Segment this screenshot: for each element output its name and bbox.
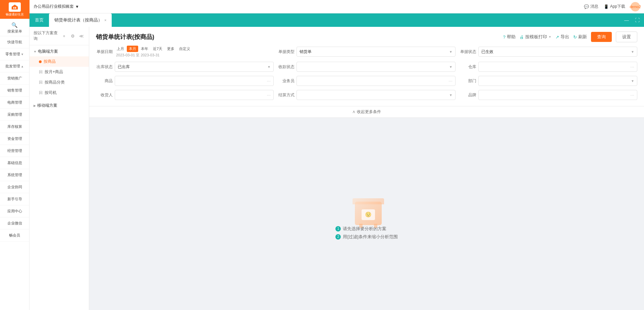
filter-doc-status-value: 已生效 (481, 49, 631, 55)
page-actions: ? 帮助 🖨 按模板打印 ▼ ↗ 导出 ↻ (503, 32, 637, 42)
logo-text: 畅捷通好生意 (6, 12, 24, 17)
filter-dept-select[interactable]: ▼ (478, 76, 637, 86)
sidebar-item-member[interactable]: 畅会员 (0, 229, 30, 242)
date-preset-this-month[interactable]: 本月 (127, 46, 138, 52)
filter-brand-input[interactable]: ··· (478, 90, 637, 100)
scheme-item-by-month-goods[interactable]: 回 按月+商品 (30, 67, 89, 77)
filter-goods-input[interactable]: ··· (115, 76, 274, 86)
scheme-item-by-goods-cat[interactable]: 回 按商品分类 (30, 77, 89, 88)
out-status-arrow-icon: ▼ (267, 65, 271, 69)
scheme-group-pc: ▼ 电脑端方案 按商品 回 按月+商品 回 按商品分类 回 按司机 (30, 45, 89, 99)
filter-brand-label: 品牌 (460, 92, 476, 98)
tip-text-1: 请先选择要分析的方案 (343, 226, 386, 232)
sidebar: 畅捷通好生意 🔍 标版 搜索菜单 快捷导航 零售管理 ▼ 批发管理 ▲ 营销推广… (0, 0, 30, 310)
scheme-group-mobile-header[interactable]: ▶ 移动端方案 (30, 101, 89, 110)
sidebar-item-base[interactable]: 基础信息 (0, 157, 30, 169)
filter-area: 销货单统计表(按商品) ? 帮助 🖨 按模板打印 ▼ ↗ (89, 27, 644, 106)
tabbar: 首页 销货单统计表（按商品） × — ⛶ (30, 13, 644, 27)
date-preset-more[interactable]: 更多 (165, 46, 176, 52)
sidebar-item-system[interactable]: 系统管理 (0, 169, 30, 181)
filter-out-status-field: 出库状态 已出库 ▼ (96, 62, 274, 72)
filter-row-4: 收货人 ··· 结算方式 ▼ 品牌 (96, 90, 637, 100)
filter-warehouse-field: 仓库 ··· (460, 62, 637, 72)
query-button[interactable]: 查询 (591, 32, 612, 42)
sidebar-item-retail[interactable]: 零售管理 ▼ (0, 48, 30, 60)
scheme-collapse-button[interactable]: ≪ (78, 33, 85, 39)
filter-doc-status-label: 单据状态 (460, 49, 476, 55)
message-icon: 💬 (584, 4, 589, 9)
scheme-item-icon-month: 回 (39, 69, 43, 74)
date-preset-last-month[interactable]: 上月 (115, 46, 126, 52)
date-preset-7days[interactable]: 近7天 (151, 46, 164, 52)
sidebar-item-wholesale[interactable]: 批发管理 ▲ (0, 60, 30, 72)
sidebar-item-sales[interactable]: 销售管理 (0, 85, 30, 97)
wholesale-arrow-icon: ▲ (21, 65, 24, 68)
search-menu-item[interactable]: 🔍 标版 搜索菜单 (0, 19, 30, 36)
sidebar-item-app-center[interactable]: 应用中心 (0, 205, 30, 217)
salesman-dots-icon: ··· (448, 78, 452, 84)
sidebar-item-inventory[interactable]: 库存核算 (0, 121, 30, 133)
collect-status-arrow-icon: ▼ (449, 65, 452, 69)
scheme-panel-title: 按以下方案查询 (34, 30, 59, 42)
print-arrow-icon: ▼ (548, 35, 551, 39)
print-button[interactable]: 🖨 按模板打印 ▼ (520, 34, 551, 40)
filter-row-2: 出库状态 已出库 ▼ 收款状态 ▼ 仓库 (96, 62, 637, 72)
scheme-group-mobile-arrow-icon: ▶ (34, 104, 36, 107)
sidebar-item-quick-nav[interactable]: 快捷导航 (0, 36, 30, 48)
app-download-button[interactable]: 📱 App下载 (604, 4, 625, 9)
industry-arrow-icon: ▼ (75, 4, 79, 9)
filter-goods-label: 商品 (96, 78, 113, 84)
filter-dept-field: 部门 ▼ (460, 76, 637, 86)
message-button[interactable]: 💬 消息 (584, 4, 598, 9)
right-content: 销货单统计表(按商品) ? 帮助 🖨 按模板打印 ▼ ↗ (89, 27, 644, 310)
scheme-group-pc-arrow-icon: ▼ (34, 50, 37, 53)
scheme-item-by-goods[interactable]: 按商品 (30, 56, 89, 67)
scheme-group-mobile-label: 移动端方案 (37, 103, 57, 108)
scheme-add-button[interactable]: + (61, 33, 67, 39)
tab-home[interactable]: 首页 (30, 13, 49, 27)
settings-button[interactable]: 设置 (616, 32, 637, 42)
tab-minimize-button[interactable]: — (623, 16, 631, 24)
scheme-group-mobile: ▶ 移动端方案 (30, 99, 89, 112)
filter-doc-type-select[interactable]: 销货单 ▼ (297, 47, 455, 57)
filter-doc-status-select[interactable]: 已生效 ▼ (478, 47, 637, 57)
sidebar-item-ecommerce[interactable]: 电商管理 (0, 97, 30, 109)
sidebar-item-finance[interactable]: 资金管理 (0, 133, 30, 145)
date-preset-custom[interactable]: 自定义 (177, 46, 192, 52)
collapse-conditions-button[interactable]: ∧ 收起更多条件 (89, 106, 644, 118)
filter-salesman-input[interactable]: ··· (297, 76, 455, 86)
tip-text-2: 用[过滤]条件来缩小分析范围 (343, 234, 397, 240)
sidebar-item-onboarding[interactable]: 新手引导 (0, 193, 30, 205)
filter-warehouse-input[interactable]: ··· (478, 62, 637, 72)
scheme-settings-button[interactable]: ⚙ (69, 33, 76, 39)
scheme-group-pc-header[interactable]: ▼ 电脑端方案 (30, 47, 89, 56)
filter-settle-select[interactable]: ▼ (297, 90, 455, 100)
filter-collect-status-field: 收款状态 ▼ (278, 62, 455, 72)
filter-collect-status-select[interactable]: ▼ (297, 62, 455, 72)
filter-out-status-select[interactable]: 已出库 ▼ (115, 62, 274, 72)
scheme-item-by-machine[interactable]: 回 按司机 (30, 88, 89, 98)
filter-recipient-field: 收货人 ··· (96, 90, 274, 100)
sidebar-item-business[interactable]: 经营管理 (0, 145, 30, 157)
sidebar-item-corp[interactable]: 企业协同 (0, 181, 30, 193)
filter-recipient-input[interactable]: ··· (115, 90, 274, 100)
logo-icon (9, 2, 21, 12)
tab-maximize-button[interactable]: ⛶ (633, 16, 641, 24)
date-preset-this-year[interactable]: 本年 (139, 46, 150, 52)
dept-arrow-icon: ▼ (631, 79, 634, 83)
refresh-button[interactable]: ↻ 刷新 (573, 34, 587, 40)
export-button[interactable]: ↗ 导出 (555, 34, 569, 40)
user-avatar[interactable]: demo2 (631, 2, 640, 11)
tab-sales-stat[interactable]: 销货单统计表（按商品） × (49, 13, 112, 27)
export-icon: ↗ (555, 35, 559, 40)
scheme-item-by-goods-label: 按商品 (44, 59, 56, 64)
help-button[interactable]: ? 帮助 (503, 34, 516, 40)
tip-num-2: 2 (335, 234, 341, 240)
sidebar-item-marketing[interactable]: 营销推广 (0, 72, 30, 85)
tab-close-icon[interactable]: × (104, 18, 106, 22)
refresh-icon: ↻ (573, 35, 577, 40)
sidebar-item-purchase[interactable]: 采购管理 (0, 109, 30, 121)
sidebar-item-corp-wechat[interactable]: 企业微信 (0, 217, 30, 229)
tab-sales-stat-label: 销货单统计表（按商品） (54, 17, 102, 23)
scheme-item-icon-cat: 回 (39, 80, 43, 85)
